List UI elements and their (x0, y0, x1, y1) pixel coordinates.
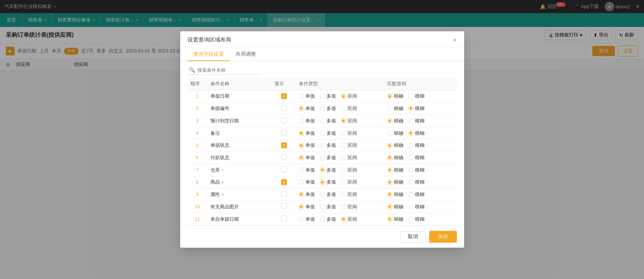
dialog-close-button[interactable]: × (453, 37, 457, 43)
settings-dialog: 设置查询区域布局 × 查询字段设置 布局调整 🔍 顺序 (180, 31, 464, 70)
modal-overlay: 设置查询区域布局 × 查询字段设置 布局调整 🔍 顺序 (0, 0, 644, 70)
search-input[interactable] (197, 67, 259, 71)
search-icon: 🔍 (189, 67, 195, 70)
search-box: 🔍 (187, 66, 260, 70)
tab-query-fields[interactable]: 查询字段设置 (187, 47, 230, 61)
tab-layout-adjust[interactable]: 布局调整 (230, 47, 262, 61)
dialog-search-area: 🔍 (180, 61, 464, 70)
dialog-header: 设置查询区域布局 × (180, 31, 464, 47)
dialog-tabs: 查询字段设置 布局调整 (180, 47, 464, 61)
dialog-title: 设置查询区域布局 (187, 36, 231, 43)
